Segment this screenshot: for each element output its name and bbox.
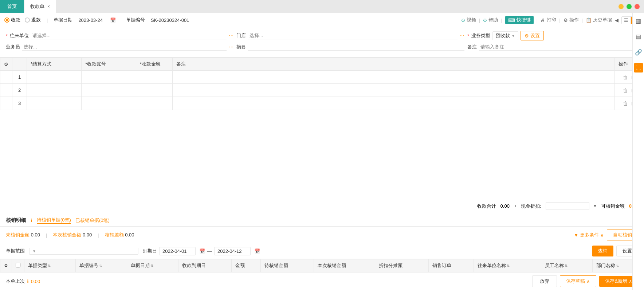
counterpart-more[interactable]: ···: [229, 32, 233, 39]
sort-counterpart[interactable]: ⇅: [507, 264, 510, 268]
td-settle-2[interactable]: [27, 84, 82, 97]
main-table-area: ⚙ *结算方式 *收款账号 *收款金额 备注 操作: [0, 58, 644, 199]
staff-label: 业务员: [6, 44, 20, 50]
field-counterpart: * 往来单位 ···: [6, 32, 233, 39]
td-settle-1[interactable]: [27, 71, 82, 84]
biztype-value: 预收款: [496, 32, 510, 39]
td-remark-1[interactable]: [173, 71, 615, 84]
date-calendar-icon[interactable]: 📅: [110, 17, 116, 23]
date-from-input[interactable]: [159, 247, 196, 255]
settings-button[interactable]: ⚙ 设置: [521, 31, 544, 40]
sidebar-screen-icon[interactable]: ⛶: [634, 63, 643, 72]
tab-close-icon[interactable]: ×: [47, 4, 50, 9]
writeoff-header: 核销明细 ℹ 待核销单据(0笔) 已核销单据(0笔): [0, 213, 644, 227]
td-gear-2: [0, 84, 12, 97]
date-to-input[interactable]: [214, 247, 251, 255]
sort-type[interactable]: ⇅: [48, 264, 51, 268]
abandon-btn[interactable]: 放弃: [532, 275, 557, 287]
biztype-select[interactable]: 预收款 ▼: [492, 31, 518, 40]
date-label: 单据日期: [54, 17, 72, 23]
btn-print[interactable]: 🖨 打印: [541, 17, 556, 23]
tab-shoukuan[interactable]: 收款单 ×: [24, 0, 56, 13]
writeoff-title: 核销明细: [6, 217, 26, 224]
store-input[interactable]: [248, 32, 457, 39]
remark-label: 备注: [467, 44, 477, 50]
stat-unverified: 未核销金额 0.00: [6, 232, 40, 238]
sort-dept[interactable]: ⇅: [616, 264, 619, 268]
total-label: 收款合计: [477, 203, 496, 209]
discount-input[interactable]: [546, 202, 589, 210]
sort-date[interactable]: ⇅: [150, 264, 153, 268]
td-gear-3: [0, 97, 12, 110]
date-to-cal[interactable]: 📅: [254, 248, 260, 254]
wo-th-check[interactable]: [12, 259, 24, 272]
tab-pending[interactable]: 待核销单据(0笔): [37, 217, 71, 224]
select-all-checkbox[interactable]: [16, 263, 20, 267]
view-list[interactable]: ☰: [622, 17, 631, 24]
btn-help[interactable]: ⊙ 帮助: [483, 17, 498, 23]
writeoff-info-icon[interactable]: ℹ: [31, 218, 32, 223]
counterpart-input[interactable]: [31, 32, 227, 39]
draft-chevron[interactable]: ∧: [586, 279, 590, 284]
row-delete-3[interactable]: 🗑: [623, 101, 628, 106]
num-label: 单据编号: [126, 17, 145, 23]
stat-diff: 核销差额 0.00: [105, 232, 134, 238]
table-row: 3 🗑 ⊞: [0, 97, 644, 110]
draft-btn[interactable]: 保存草稿 ∧: [560, 275, 596, 287]
row-delete-2[interactable]: 🗑: [623, 87, 628, 93]
td-num-3: 3: [12, 97, 27, 110]
tab-home[interactable]: 首页: [0, 0, 24, 13]
more-filters-btn[interactable]: ▼ 更多条件 ∧: [574, 232, 604, 238]
td-account-2[interactable]: [82, 84, 136, 97]
range-select[interactable]: ▼: [29, 248, 138, 255]
save-chevron[interactable]: ∧: [629, 279, 632, 284]
radio-tuikuan[interactable]: 退款: [25, 17, 41, 23]
win-close-btn[interactable]: [635, 4, 640, 9]
staff-more[interactable]: ···: [229, 44, 233, 50]
right-sidebar: ▦ ▤ 🔗 ⛶: [632, 13, 644, 290]
th-num: [12, 58, 27, 71]
summary-input[interactable]: [248, 43, 464, 51]
btn-shortcut[interactable]: ⌨ 快捷键: [505, 16, 534, 24]
num-value: SK-20230324-001: [151, 17, 189, 23]
wo-th-pending: 待核销金额: [261, 259, 314, 272]
win-min-btn[interactable]: [619, 4, 624, 9]
sidebar-doc-icon[interactable]: ▤: [634, 32, 643, 42]
btn-history[interactable]: 📋 历史单据: [586, 17, 612, 23]
td-amount-2[interactable]: [136, 84, 173, 97]
bottom-bar: 本单上次 ℹ 0.00 放弃 保存草稿 ∧ 保存&新增 ∧: [0, 272, 644, 290]
wo-th-gear[interactable]: ⚙: [0, 259, 12, 272]
store-more[interactable]: ···: [460, 32, 464, 39]
date-from-cal[interactable]: 📅: [199, 248, 205, 254]
sort-num[interactable]: ⇅: [99, 264, 102, 268]
row-delete-1[interactable]: 🗑: [623, 74, 628, 80]
wo-th-amount: 金额: [232, 259, 261, 272]
filter-icon: ▼: [574, 232, 578, 238]
query-btn[interactable]: 查询: [592, 246, 613, 256]
win-max-btn[interactable]: [627, 4, 632, 9]
sidebar-table-icon[interactable]: ▦: [634, 16, 643, 26]
btn-ops[interactable]: ⚙ 操作: [564, 17, 579, 23]
btn-video[interactable]: ⊙ 视频: [461, 17, 476, 23]
th-gear[interactable]: ⚙: [0, 58, 12, 71]
shoukuan-tab-label: 收款单: [30, 3, 44, 10]
td-account-1[interactable]: [82, 71, 136, 84]
nav-prev[interactable]: ◀: [615, 17, 619, 23]
staff-input[interactable]: [22, 43, 227, 51]
radio-shoukuan[interactable]: 收款: [4, 17, 20, 23]
sort-staff[interactable]: ⇅: [565, 264, 568, 268]
sidebar-link-icon[interactable]: 🔗: [633, 47, 644, 57]
td-amount-3[interactable]: [136, 97, 173, 110]
td-amount-1[interactable]: [136, 71, 173, 84]
prev-info-icon[interactable]: ℹ: [27, 279, 29, 284]
tab-done[interactable]: 已核销单据(0笔): [75, 217, 110, 224]
table-row: 2 🗑 ⊞: [0, 84, 644, 97]
wo-th-due: 收款到期日: [178, 259, 232, 272]
td-account-3[interactable]: [82, 97, 136, 110]
td-remark-3[interactable]: [173, 97, 615, 110]
stat-this-time: 本次核销金额 0.00: [53, 232, 92, 238]
remark-input[interactable]: [479, 43, 638, 51]
th-amount: *收款金额: [136, 58, 173, 71]
td-settle-3[interactable]: [27, 97, 82, 110]
td-remark-2[interactable]: [173, 84, 615, 97]
